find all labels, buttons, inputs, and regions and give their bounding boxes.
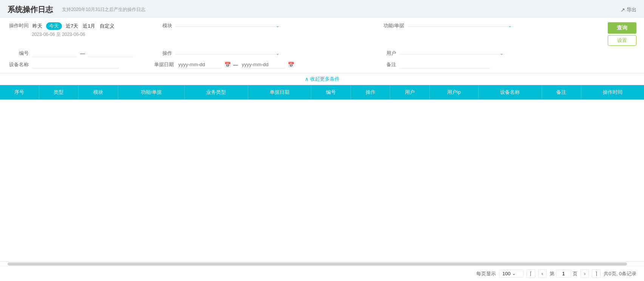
action-buttons: 查询 设置 bbox=[608, 22, 636, 46]
date-from-input[interactable] bbox=[177, 61, 222, 68]
num-label: 编号 bbox=[8, 50, 29, 57]
device-input[interactable] bbox=[32, 61, 119, 68]
col-type: 类型 bbox=[39, 85, 78, 99]
num-from-input[interactable] bbox=[32, 50, 77, 57]
date-dash: — bbox=[233, 62, 238, 68]
per-page-select[interactable]: 100 ⌄ bbox=[499, 270, 524, 278]
col-module: 模块 bbox=[79, 85, 118, 99]
func-select[interactable]: ⌄ bbox=[408, 25, 513, 27]
last-page-button[interactable]: ⌉ bbox=[592, 269, 601, 278]
date-from-calendar-icon[interactable]: 📅 bbox=[224, 62, 231, 68]
num-range: — bbox=[32, 50, 133, 57]
module-label: 模块 bbox=[151, 22, 172, 29]
table-header-row: 序号 类型 模块 功能/单据 业务类型 单据日期 编号 操作 用户 用户ip 设… bbox=[0, 85, 644, 99]
op-time-range: 2023-06-06 至 2023-06-06 bbox=[32, 31, 115, 38]
first-page-button[interactable]: ⌈ bbox=[527, 269, 535, 278]
col-op: 操作 bbox=[351, 85, 390, 99]
page-unit: 页 bbox=[573, 270, 578, 277]
op-chevron-icon: ⌄ bbox=[276, 51, 280, 56]
user-select[interactable]: ⌄ bbox=[399, 53, 505, 54]
page-title: 系统操作日志 bbox=[8, 5, 53, 15]
col-op-time: 操作时间 bbox=[581, 85, 644, 99]
doc-date-label: 单据日期 bbox=[151, 61, 174, 68]
col-seq: 序号 bbox=[0, 85, 39, 99]
op-time-label: 操作时间 bbox=[8, 22, 29, 29]
query-button[interactable]: 查询 bbox=[608, 22, 636, 34]
module-select[interactable]: ⌄ bbox=[175, 25, 281, 27]
scrollbar-thumb bbox=[8, 262, 627, 265]
date-to-input[interactable] bbox=[240, 61, 286, 68]
collapse-bar[interactable]: ∧ 收起更多条件 bbox=[0, 73, 644, 85]
time-btn-7days[interactable]: 近7天 bbox=[65, 22, 79, 30]
user-label: 用户 bbox=[375, 50, 396, 57]
page-label: 第 bbox=[550, 270, 554, 277]
collapse-chevron-icon: ∧ bbox=[305, 76, 309, 82]
time-btn-custom[interactable]: 自定义 bbox=[99, 22, 115, 30]
per-page-label: 每页显示 bbox=[476, 270, 496, 277]
time-buttons-group: 昨天 今天 近7天 近1月 自定义 bbox=[32, 22, 115, 30]
col-device: 设备名称 bbox=[478, 85, 542, 99]
remark-input[interactable] bbox=[399, 61, 490, 68]
date-to-calendar-icon[interactable]: 📅 bbox=[288, 62, 294, 68]
settings-button[interactable]: 设置 bbox=[608, 35, 636, 46]
data-table: 序号 类型 模块 功能/单据 业务类型 单据日期 编号 操作 用户 用户ip 设… bbox=[0, 85, 644, 99]
func-label: 功能/单据 bbox=[383, 22, 405, 29]
col-user-ip: 用户ip bbox=[429, 85, 478, 99]
export-icon: ↗ bbox=[621, 7, 625, 13]
page-container: 系统操作日志 支持2020年10月31日之后产生的操作日志 ↗ 导出 操作时间 … bbox=[0, 0, 644, 281]
time-btn-1month[interactable]: 近1月 bbox=[82, 22, 96, 30]
module-chevron-icon: ⌄ bbox=[276, 23, 280, 28]
export-button[interactable]: ↗ 导出 bbox=[621, 6, 636, 13]
op-label: 操作 bbox=[151, 50, 172, 57]
page-total: 共0页, 0条记录 bbox=[604, 270, 636, 277]
per-page-value: 100 bbox=[502, 271, 511, 276]
remark-label: 备注 bbox=[375, 61, 396, 68]
pagination: 每页显示 100 ⌄ ⌈ ‹ 第 页 › ⌉ 共0页, 0条记录 bbox=[0, 266, 644, 281]
page-header: 系统操作日志 支持2020年10月31日之后产生的操作日志 ↗ 导出 bbox=[0, 0, 644, 18]
page-subtitle: 支持2020年10月31日之后产生的操作日志 bbox=[62, 6, 145, 13]
next-page-button[interactable]: › bbox=[581, 269, 589, 278]
user-chevron-icon: ⌄ bbox=[500, 51, 503, 56]
col-num: 编号 bbox=[311, 85, 351, 99]
op-select[interactable]: ⌄ bbox=[175, 53, 281, 54]
table-container: 序号 类型 模块 功能/单据 业务类型 单据日期 编号 操作 用户 用户ip 设… bbox=[0, 85, 644, 261]
prev-page-button[interactable]: ‹ bbox=[538, 269, 547, 278]
collapse-label: 收起更多条件 bbox=[310, 76, 340, 82]
col-user: 用户 bbox=[390, 85, 429, 99]
filter-area: 操作时间 昨天 今天 近7天 近1月 自定义 2023-06-06 至 2023… bbox=[0, 18, 644, 73]
func-chevron-icon: ⌄ bbox=[508, 23, 512, 28]
date-range: 📅 — 📅 bbox=[177, 61, 294, 68]
device-label: 设备名称 bbox=[8, 61, 29, 68]
col-func: 功能/单据 bbox=[118, 85, 184, 99]
col-biz-type: 业务类型 bbox=[185, 85, 248, 99]
time-btn-today[interactable]: 今天 bbox=[46, 22, 62, 30]
time-btn-yesterday[interactable]: 昨天 bbox=[32, 22, 43, 30]
num-dash: — bbox=[80, 51, 85, 56]
col-remark: 备注 bbox=[542, 85, 581, 99]
col-doc-date: 单据日期 bbox=[248, 85, 311, 99]
scrollbar-area[interactable] bbox=[0, 261, 644, 266]
num-to-input[interactable] bbox=[88, 50, 133, 57]
per-page-chevron-icon: ⌄ bbox=[512, 271, 516, 276]
page-num-input[interactable] bbox=[556, 270, 571, 278]
page-info: 第 页 bbox=[550, 270, 578, 278]
